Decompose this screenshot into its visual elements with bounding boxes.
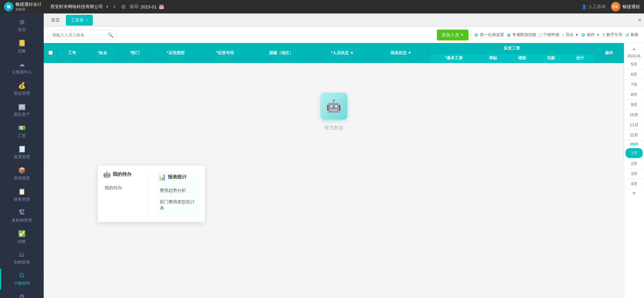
timeline-month-4[interactable]: 4月 <box>624 179 644 189</box>
empty-icon: 🤖 <box>320 93 347 120</box>
popup-item-my-todo[interactable]: 我的待办 <box>103 182 142 194</box>
sidebar-item-settlement[interactable]: ✅ 结账 <box>0 227 44 248</box>
th-total: 合计 <box>566 54 595 63</box>
timeline-month-12[interactable]: 12月 <box>624 130 644 140</box>
sidebar-item-archive[interactable]: 🗂 归档管理 <box>0 248 44 269</box>
toolbar: 🔍 添加人员 ▼ ⚙ 统一社保设置 ⊕ 专项附加扣除 <box>44 27 644 43</box>
export-action[interactable]: ↑ 导出 ▼ <box>562 32 578 38</box>
archive-icon: 🗂 <box>19 251 25 258</box>
tax-icon: 📋 <box>18 188 26 195</box>
period-value[interactable]: 2023-01 <box>141 4 157 9</box>
refresh-action[interactable]: ↺ 刷新 <box>625 32 639 38</box>
refresh-icon: ↺ <box>625 32 629 38</box>
timeline-up-button[interactable]: ▲ <box>631 44 638 53</box>
timeline-month-3[interactable]: 3月 <box>624 169 644 179</box>
social-security-action[interactable]: ⚙ 统一社保设置 <box>474 32 504 38</box>
timeline-month-11[interactable]: 11月 <box>624 120 644 130</box>
org-icon: 🏗 <box>19 209 25 216</box>
sidebar-item-invoice[interactable]: 🧾 发票管理 <box>0 142 44 163</box>
personal-tax-action[interactable]: □ 个税申报 <box>539 32 559 38</box>
header-icon-group: ＋ ⚙ <box>112 3 126 10</box>
th-subsidy: 津贴 <box>479 54 507 63</box>
company-name: 西安虾米网络科技有限公司 <box>50 4 103 10</box>
tab-home[interactable]: 首页 <box>46 15 65 26</box>
empty-text: 暂无数据 <box>325 125 343 131</box>
timeline-month-10[interactable]: 10月 <box>624 110 644 120</box>
timeline-month-7[interactable]: 7月 <box>624 80 644 90</box>
add-person-button[interactable]: 添加人员 ▼ <box>437 30 468 40</box>
settings-icon-button[interactable]: ⚙ <box>121 4 126 10</box>
window-close-button[interactable]: × <box>638 17 641 23</box>
social-security-icon: ⚙ <box>474 32 479 38</box>
tab-salary-label: 工资表 <box>71 17 84 23</box>
sidebar-item-fund[interactable]: 💰 资金管理 <box>0 78 44 100</box>
calendar-icon[interactable]: 📅 <box>159 4 164 9</box>
popup-item-expense-trend[interactable]: 费用趋势分析 <box>158 185 197 196</box>
timeline-month-6[interactable]: 6月 <box>624 70 644 80</box>
sidebar-item-cloud-report[interactable]: ☁ 云报表中心 <box>0 57 44 78</box>
tab-home-label: 首页 <box>51 17 60 23</box>
timeline-month-1[interactable]: 1月 <box>626 148 643 158</box>
timeline-month-2[interactable]: 2月 <box>624 159 644 169</box>
export-icon: ↑ <box>562 32 564 38</box>
timeline-month-9[interactable]: 9月 <box>624 100 644 110</box>
toolbar-right: 添加人员 ▼ ⚙ 统一社保设置 ⊕ 专项附加扣除 □ 个税申报 <box>437 30 639 40</box>
top-header: 畅 畅捷通好会计 旗舰版 西安虾米网络科技有限公司 ▼ ＋ ⚙ 账期 2023-… <box>0 0 644 13</box>
support-button[interactable]: 👤 人工咨询 <box>581 4 606 10</box>
home-icon: ⊞ <box>20 18 25 26</box>
sidebar-item-basic-settings[interactable]: ⚙ 基础设置 <box>0 290 44 298</box>
tab-bar: 首页 工资表 × × <box>44 13 644 27</box>
timeline-year-2023-header: 2023.01 <box>624 53 644 60</box>
timeline-month-5[interactable]: 5月 <box>624 60 644 70</box>
inventory-icon: 📦 <box>18 167 26 174</box>
th-bonus: 绩效 <box>507 54 536 63</box>
divider-1 <box>471 32 471 38</box>
sidebar: ⊞ 首页 📒 总账 ☁ 云报表中心 💰 资金管理 🏢 固定资产 💵 工资 <box>0 13 44 298</box>
sidebar-item-general-ledger[interactable]: 📒 总账 <box>0 36 44 57</box>
special-deduction-action[interactable]: ⊕ 专项附加扣除 <box>507 32 536 38</box>
search-box[interactable]: 🔍 <box>49 30 116 40</box>
invoice-icon: 🧾 <box>18 145 26 153</box>
sidebar-item-label: 多机构管理 <box>12 218 32 223</box>
sidebar-item-inventory[interactable]: 📦 库存核算 <box>0 163 44 185</box>
tab-salary[interactable]: 工资表 × <box>66 15 93 26</box>
fund-icon: 💰 <box>18 82 26 89</box>
sidebar-item-multi-org[interactable]: 🏗 多机构管理 <box>0 206 44 227</box>
th-checkbox[interactable] <box>44 43 58 63</box>
company-selector[interactable]: 西安虾米网络科技有限公司 ▼ <box>50 4 109 10</box>
popup-todo-title-label: 我的待办 <box>113 171 131 177</box>
todo-section-icon: 🤖 <box>103 171 111 178</box>
timeline-down-button[interactable]: ▼ <box>631 189 638 197</box>
sidebar-item-fixed-assets[interactable]: 🏢 固定资产 <box>0 100 44 121</box>
th-name: *姓名 <box>86 43 119 63</box>
tab-bar-right: × <box>638 17 641 23</box>
th-nationality: 国籍（地区） <box>250 43 312 63</box>
period-label: 账期 <box>130 4 139 10</box>
add-company-button[interactable]: ＋ <box>112 3 117 10</box>
sidebar-item-home[interactable]: ⊞ 首页 <box>0 15 44 36</box>
salary-table: 工号 *姓名 *部门 *证照类型 *证照号码 国籍（地区） *人员状态 ▼ 报送… <box>44 43 624 161</box>
sidebar-item-label: 云报表中心 <box>12 69 32 75</box>
th-report-status: 报送状态 ▼ <box>373 43 429 63</box>
popup-section-reports: 📊 报表统计 费用趋势分析 部门费用类型统计表 <box>156 171 200 217</box>
salary-icon: 💵 <box>18 124 26 132</box>
search-input[interactable] <box>52 33 106 37</box>
operation-label: 操作 <box>587 32 595 38</box>
tab-close-icon[interactable]: × <box>86 18 88 23</box>
sidebar-item-xiaochang[interactable]: G 小畅报销 › <box>0 269 44 290</box>
popup-item-dept-expense[interactable]: 部门费用类型统计表 <box>158 196 197 214</box>
popup-reports-title-label: 报表统计 <box>168 174 187 180</box>
sidebar-item-label: 库存核算 <box>14 175 30 181</box>
user-area[interactable]: CE 畅捷通组 <box>611 2 640 11</box>
select-all-checkbox[interactable] <box>48 51 53 55</box>
popup-section-todo: 🤖 我的待办 我的待办 <box>103 171 142 217</box>
company-dropdown-icon: ▼ <box>106 5 109 9</box>
period-area: 账期 2023-01 📅 <box>130 4 164 10</box>
timeline-month-8[interactable]: 8月 <box>624 90 644 100</box>
sidebar-item-label: 首页 <box>18 27 26 33</box>
operation-action[interactable]: ⚙ 操作 ▼ <box>581 32 600 38</box>
th-deduction: 扣款 <box>537 54 566 63</box>
sidebar-item-salary[interactable]: 💵 工资 <box>0 121 44 142</box>
sidebar-item-tax[interactable]: 📋 税务管理 <box>0 185 44 206</box>
new-guide-action[interactable]: ? 新手引导 <box>602 32 622 38</box>
